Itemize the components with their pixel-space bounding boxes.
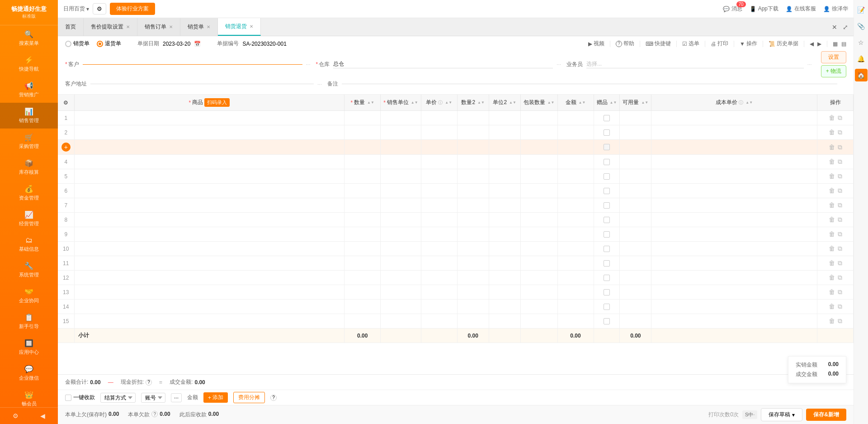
sidebar-item-apps[interactable]: 🔲 应用中心 bbox=[0, 334, 58, 360]
pkgqty-cell[interactable] bbox=[520, 111, 557, 125]
delete-icon[interactable]: 🗑 bbox=[829, 303, 835, 310]
unit2-sort[interactable]: ▲▼ bbox=[509, 101, 516, 105]
account-select[interactable]: 账号 bbox=[141, 393, 165, 403]
sidebar-item-quick[interactable]: ⚡ 快捷导航 bbox=[0, 51, 58, 77]
next-btn[interactable]: ▶ bbox=[817, 41, 821, 47]
amount-cell[interactable] bbox=[557, 125, 594, 140]
tab-sales-delivery-close[interactable]: ✕ bbox=[207, 24, 210, 29]
copy-icon[interactable]: ⧉ bbox=[838, 303, 842, 310]
delete-icon[interactable]: 🗑 bbox=[829, 274, 835, 281]
staff-dots[interactable]: ··· bbox=[807, 61, 812, 67]
copy-icon[interactable]: ⧉ bbox=[838, 274, 842, 281]
add-button[interactable]: + 添加 bbox=[203, 392, 228, 403]
unit2-cell[interactable] bbox=[489, 125, 520, 140]
copy-icon[interactable]: ⧉ bbox=[838, 172, 842, 180]
gift-checkbox[interactable] bbox=[604, 188, 610, 194]
qty-cell[interactable] bbox=[344, 140, 381, 155]
calc-method-select[interactable]: 结算方式 bbox=[100, 393, 136, 403]
operate-btn[interactable]: ▼ 操作 bbox=[740, 40, 757, 48]
sidebar-item-system[interactable]: 🔧 系统管理 bbox=[0, 257, 58, 283]
gift-checkbox[interactable] bbox=[604, 173, 610, 180]
sidebar-item-ops[interactable]: 📈 经营管理 bbox=[0, 206, 58, 232]
tab-sales-return-close[interactable]: ✕ bbox=[250, 24, 253, 29]
payment-checkbox[interactable]: 一键收款 bbox=[65, 394, 95, 401]
gift-checkbox-h[interactable] bbox=[604, 144, 610, 150]
qty2-cell[interactable] bbox=[457, 111, 489, 125]
pkgqty-cell[interactable] bbox=[520, 125, 557, 140]
sidebar-item-guide[interactable]: 📋 新手引导 bbox=[0, 309, 58, 334]
warehouse-dots[interactable]: ··· bbox=[557, 61, 561, 67]
amount-sort[interactable]: ▲▼ bbox=[579, 101, 586, 105]
sidebar-item-wechat[interactable]: 💬 企业微信 bbox=[0, 360, 58, 386]
avail-cell[interactable] bbox=[620, 111, 651, 125]
pkgqty-sort[interactable]: ▲▼ bbox=[547, 101, 555, 105]
settings-button[interactable]: 设置 bbox=[821, 51, 846, 63]
price-cell[interactable] bbox=[421, 111, 457, 125]
delete-icon[interactable]: 🗑 bbox=[829, 230, 835, 238]
qty2-cell[interactable] bbox=[457, 125, 489, 140]
debt-help[interactable]: ? bbox=[151, 411, 158, 417]
copy-icon[interactable]: ⧉ bbox=[838, 158, 842, 166]
address-dots[interactable]: ··· bbox=[317, 81, 322, 87]
qty2-cell[interactable] bbox=[457, 140, 489, 155]
gift-checkbox[interactable] bbox=[604, 115, 610, 121]
payment-cb[interactable] bbox=[65, 395, 71, 401]
sidebar-item-purchase[interactable]: 🛒 采购管理 bbox=[0, 129, 58, 154]
prev-btn[interactable]: ◀ bbox=[810, 41, 814, 47]
costprice-sort[interactable]: ▲▼ bbox=[745, 101, 753, 105]
customer-input[interactable] bbox=[83, 64, 302, 65]
sidebar-item-stock[interactable]: 📦 库存核算 bbox=[0, 154, 58, 180]
tab-sales-order-close[interactable]: ✕ bbox=[169, 24, 173, 29]
amount-cell[interactable] bbox=[557, 111, 594, 125]
print-btn[interactable]: 🖨 打印 bbox=[711, 40, 728, 48]
sidebar-item-collab[interactable]: 🤝 企业协同 bbox=[0, 283, 58, 309]
tab-home[interactable]: 首页 bbox=[58, 18, 84, 36]
avail-sort[interactable]: ▲▼ bbox=[641, 101, 648, 105]
tab-sales-delivery[interactable]: 销货单 ✕ bbox=[180, 18, 218, 36]
goods-input[interactable] bbox=[77, 144, 342, 150]
gift-checkbox[interactable] bbox=[604, 304, 610, 310]
video-btn[interactable]: ▶ 视频 bbox=[588, 40, 604, 48]
radio-delivery[interactable]: 销货单 bbox=[65, 40, 90, 48]
message-button[interactable]: 💬 消息 70 bbox=[723, 5, 742, 13]
customer-dots[interactable]: ··· bbox=[306, 61, 311, 67]
copy-icon[interactable]: ⧉ bbox=[838, 187, 842, 195]
qty-sort[interactable]: ▲▼ bbox=[367, 101, 374, 105]
gift-cell[interactable] bbox=[594, 125, 620, 140]
settings-icon[interactable]: ⚙ bbox=[63, 100, 68, 106]
price-cell[interactable] bbox=[421, 140, 457, 155]
qty-cell[interactable] bbox=[344, 125, 381, 140]
sidebar-item-search[interactable]: 🔍 搜索菜单 bbox=[0, 25, 58, 51]
sidebar-item-base[interactable]: 🗂 基础信息 bbox=[0, 232, 58, 257]
amount-cell[interactable] bbox=[557, 140, 594, 155]
copy-icon[interactable]: ⧉ bbox=[838, 143, 842, 151]
radio-return[interactable]: 退货单 bbox=[97, 40, 121, 48]
discount-help-icon[interactable]: ? bbox=[146, 379, 152, 386]
copy-icon[interactable]: ⧉ bbox=[838, 230, 842, 238]
gift-checkbox[interactable] bbox=[604, 246, 610, 252]
gift-checkbox[interactable] bbox=[604, 217, 610, 223]
unit2-cell[interactable] bbox=[489, 111, 520, 125]
panel-icon-star[interactable]: ☆ bbox=[855, 36, 868, 49]
close-tab-button[interactable]: ✕ bbox=[830, 23, 839, 32]
gift-checkbox[interactable] bbox=[604, 159, 610, 165]
unit-cell[interactable] bbox=[381, 111, 421, 125]
delete-icon[interactable]: 🗑 bbox=[829, 172, 835, 180]
grid2-btn[interactable]: ▤ bbox=[841, 41, 846, 47]
sidebar-item-sales[interactable]: 📊 销售管理 bbox=[0, 103, 58, 129]
delete-icon[interactable]: 🗑 bbox=[829, 158, 835, 166]
gift-cell[interactable] bbox=[594, 111, 620, 125]
grid1-btn[interactable]: ▦ bbox=[833, 41, 838, 47]
panel-icon-note[interactable]: 📝 bbox=[855, 4, 868, 16]
save-new-button[interactable]: 保存&新增 bbox=[806, 409, 846, 421]
topbar-gear-button[interactable]: ⚙ bbox=[93, 3, 106, 14]
delete-icon[interactable]: 🗑 bbox=[829, 201, 835, 209]
fee-help-icon[interactable]: ? bbox=[270, 395, 277, 401]
logistics-button[interactable]: + 物流 bbox=[821, 65, 846, 77]
sidebar-item-member[interactable]: 👑 畅会员 bbox=[0, 386, 58, 407]
tab-price-setting[interactable]: 售价提取设置 ✕ bbox=[84, 18, 137, 36]
user-button[interactable]: 👤 徐泽华 bbox=[823, 5, 848, 13]
history-btn[interactable]: 📜 历史单据 bbox=[769, 40, 798, 48]
copy-icon[interactable]: ⧉ bbox=[838, 216, 842, 224]
costprice-cell[interactable] bbox=[651, 125, 817, 140]
